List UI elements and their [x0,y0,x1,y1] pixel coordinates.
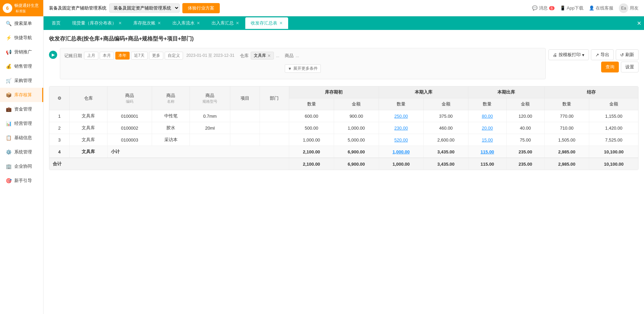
sales-icon: 💰 [5,64,12,69]
sidebar-item-label: 搜索菜单 [14,20,32,27]
app-download-label: App下载 [567,5,583,11]
subtotal-row: 4 文具库 小计 2,100.00 6,900.00 1,000.00 3,43… [49,146,638,158]
tab-close-icon[interactable]: ✕ [158,21,161,26]
row-out-qty[interactable]: 20.00 [468,122,507,134]
tab-inout-summary[interactable]: 出入库汇总 ✕ [206,17,245,29]
sidebar-item-finance[interactable]: 💼 资金管理 [0,102,43,116]
row-in-qty[interactable]: 250.00 [379,110,424,122]
row-bal-amt: 1,155.00 [589,110,638,122]
row-seq: 3 [49,134,70,146]
query-button[interactable]: 查询 [601,62,619,72]
filter-toggle[interactable]: ▶ [49,51,57,59]
logo-text: 畅捷通好生意 [14,3,39,9]
row-in-qty[interactable]: 520.00 [379,134,424,146]
trial-button[interactable]: 体验行业方案 [182,3,220,13]
service-icon: 👤 [589,5,594,11]
tab-close-icon[interactable]: ✕ [279,21,283,26]
avatar: Ea [619,3,628,13]
table-row: 1 文具库 0100001 中性笔 0.7mm 600.00 900.00 25… [49,110,638,122]
refresh-button[interactable]: ↺ 刷新 [616,49,639,60]
sidebar-logo: 6 畅捷通好生意 标准版 [0,0,43,16]
sidebar-item-label: 快捷导航 [14,35,32,41]
online-service-button[interactable]: 👤 在线客服 [589,5,613,11]
tab-bar: 首页 现货量（库存分布表） ✕ 库存批次账 ✕ 出入库流水 ✕ 出入库汇总 ✕ … [44,16,644,30]
tabs-close-all-button[interactable]: ✕ [637,20,641,27]
row-project [230,134,260,146]
warehouse-remove-icon[interactable]: ✕ [267,53,271,58]
sidebar-item-purchase[interactable]: 🛒 采购管理 [0,73,43,88]
date-btn-7days[interactable]: 近7天 [131,52,148,60]
row-project [230,122,260,134]
row-out-qty[interactable]: 80.00 [468,110,507,122]
sidebar-item-marketing[interactable]: 📢 营销推广 [0,45,43,59]
subtotal-open-qty: 2,100.00 [289,146,334,158]
message-badge: 6 [549,6,555,10]
tab-label: 库存批次账 [133,20,155,26]
user-menu[interactable]: Ea 用友 [619,3,639,13]
tab-close-icon[interactable]: ✕ [197,21,200,26]
sidebar-item-label: 库存核算 [14,92,32,98]
row-in-qty[interactable]: 230.00 [379,122,424,134]
subtotal-out-qty[interactable]: 115.00 [468,146,507,158]
total-out-qty: 115.00 [468,158,507,170]
settings-button[interactable]: 设置 [621,62,639,72]
row-out-qty[interactable]: 15.00 [468,134,507,146]
sidebar-item-guide[interactable]: 🎯 新手引导 [0,173,43,188]
tab-close-icon[interactable]: ✕ [118,21,122,26]
tab-close-icon[interactable]: ✕ [236,21,239,26]
enterprise-icon: 🏢 [5,164,12,169]
goods-filter: 商品 ... [285,53,299,59]
subtotal-in-amt: 3,435.00 [424,146,468,158]
row-name: 胶水 [152,122,189,134]
tab-inout-flow[interactable]: 出入库流水 ✕ [167,17,205,29]
row-in-amt: 375.00 [424,110,468,122]
sidebar-item-label: 新手引导 [14,178,32,184]
total-open-amt: 6,900.00 [334,158,379,170]
date-btn-this-month[interactable]: 本月 [100,52,114,60]
page-content: 收发存汇总表(按仓库+商品编码+商品+规格型号+项目+部门) ▶ 记账日期 上月… [44,30,644,314]
total-in-amt: 3,435.00 [424,158,468,170]
tab-inventory-dist[interactable]: 现货量（库存分布表） ✕ [67,17,127,29]
subtotal-in-qty[interactable]: 1,000.00 [379,146,424,158]
col-open-qty: 数量 [289,98,334,110]
row-warehouse: 文具库 [70,110,107,122]
sidebar-item-inventory[interactable]: 📦 库存核算 [0,88,43,102]
date-btn-last-month[interactable]: 上月 [84,52,98,60]
system-title: 装备及固定资产辅助管理系统 [49,5,106,11]
date-btn-this-year[interactable]: 本年 [115,52,130,60]
row-bal-amt: 1,420.00 [589,122,638,134]
row-dept [260,134,289,146]
expand-filter-button[interactable]: ▼ 展开更多条件 [285,64,321,73]
system-icon: ⚙️ [5,149,12,155]
sidebar-item-system[interactable]: ⚙️ 系统管理 [0,145,43,159]
tab-receive-send[interactable]: 收发存汇总表 ✕ [245,17,288,29]
export-button[interactable]: ↗ 导出 [591,49,614,60]
warehouse-tag[interactable]: 文具库 ✕ [251,52,274,60]
print-button[interactable]: 🖨 按模板打印 ▾ [548,49,589,60]
logo-icon: 6 [3,3,12,13]
col-open-amt: 金额 [334,98,379,110]
col-out-amt: 金额 [506,98,544,110]
subtotal-bal-qty: 2,985.00 [544,146,589,158]
sidebar-item-operations[interactable]: 📊 经营管理 [0,116,43,131]
message-button[interactable]: 💬 消息 6 [532,5,555,11]
date-btn-custom[interactable]: 自定义 [165,52,183,60]
row-in-amt: 460.00 [424,122,468,134]
sidebar-item-enterprise[interactable]: 🏢 企业协同 [0,159,43,173]
app-download-button[interactable]: 📱 App下载 [560,5,583,11]
tab-batch[interactable]: 库存批次账 ✕ [128,17,166,29]
col-settings[interactable]: ⚙ [49,86,70,110]
warehouse-more-btn[interactable]: ... [276,53,279,58]
sidebar-item-quick-nav[interactable]: ⚡ 快捷导航 [0,31,43,45]
sidebar-item-base-info[interactable]: 📋 基础信息 [0,131,43,145]
tab-home[interactable]: 首页 [46,17,66,29]
date-btn-more[interactable]: 更多 [149,52,163,60]
sidebar-item-sales[interactable]: 💰 销售管理 [0,59,43,73]
system-select[interactable]: 装备及固定资产辅助管理系统 [109,3,180,13]
goods-more-btn[interactable]: ... [296,53,299,58]
row-spec [189,134,230,146]
row-seq: 1 [49,110,70,122]
col-name: 商品名称 [152,86,189,110]
sidebar-item-search[interactable]: 🔍 搜索菜单 [0,16,43,31]
warehouse-label: 仓库 [240,53,249,59]
